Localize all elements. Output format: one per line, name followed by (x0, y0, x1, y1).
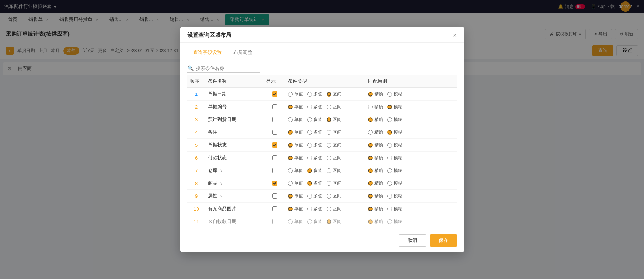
search-icon: 🔍 (187, 65, 194, 71)
dialog-close-btn[interactable]: × (453, 32, 457, 39)
dialog-tab-fields[interactable]: 查询字段设置 (187, 46, 228, 59)
dialog-search-area: 🔍 (180, 59, 464, 75)
dialog-tab-layout[interactable]: 布局调整 (228, 46, 258, 59)
dialog-tabs: 查询字段设置 布局调整 (180, 43, 464, 59)
search-input-wrap: 🔍 (187, 64, 260, 73)
search-input[interactable] (196, 66, 260, 71)
table-header: 顺序 条件名称 显示 条件类型 匹配原则 (187, 75, 457, 78)
dialog: 设置查询区域布局 × 查询字段设置 布局调整 🔍 顺序 条件名称 显示 (180, 27, 464, 78)
dialog-title: 设置查询区域布局 (187, 32, 231, 39)
modal-overlay: 设置查询区域布局 × 查询字段设置 布局调整 🔍 顺序 条件名称 显示 (0, 0, 644, 78)
dialog-header: 设置查询区域布局 × (180, 27, 464, 43)
conditions-table: 顺序 条件名称 显示 条件类型 匹配原则 1 单据日期 单值 多值 区间 精确 … (180, 75, 464, 78)
